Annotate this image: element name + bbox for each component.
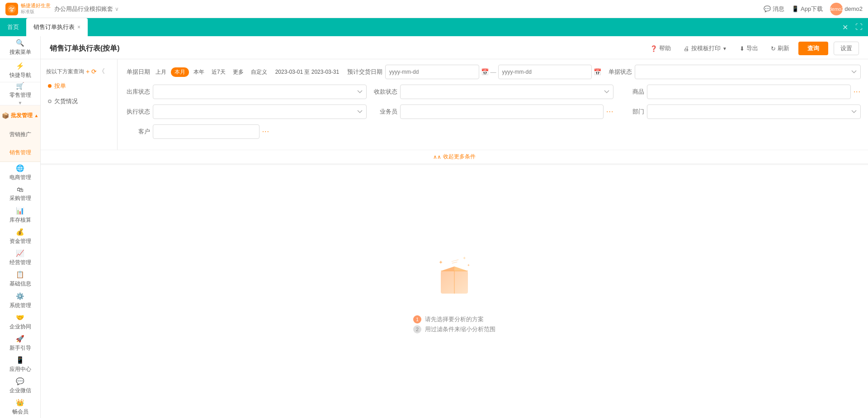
goods-more-icon[interactable]: ···	[854, 88, 861, 96]
filter-group-date: 单据日期 上月 本月 本年 近7天 更多 自定义 2023-03-01 至 20…	[125, 67, 342, 77]
sidebar-item-vip[interactable]: 👑 畅会员	[0, 397, 40, 418]
filter-row-3: 执行状态 业务员 ··· 部门	[125, 104, 861, 119]
expected-date-end-input[interactable]	[498, 65, 592, 79]
sidebar-item-ops[interactable]: 📈 经营管理	[0, 247, 40, 269]
date-calendar-end-icon[interactable]: 📅	[594, 68, 601, 76]
sidebar-item-purchase[interactable]: 🛍 采购管理	[0, 183, 40, 204]
sidebar-search-label: 搜索菜单	[9, 48, 31, 56]
scheme-ar-label: 欠货情况	[54, 97, 78, 105]
collapse-more-button[interactable]: ∧∧ 收起更多条件	[41, 150, 868, 163]
sidebar-item-stock[interactable]: 📊 库存核算	[0, 204, 40, 226]
settings-button[interactable]: 设置	[834, 42, 859, 55]
message-button[interactable]: 💬 消息	[764, 5, 784, 13]
refresh-scheme-icon[interactable]: ⟳	[91, 68, 97, 75]
wholesale-icon: 📦	[2, 112, 9, 119]
page-actions: ❓ 帮助 🖨 按模板打印 ▼ ⬇ 导出 ↻ 刷新 查询 设置	[646, 42, 859, 55]
breadcrumb[interactable]: 办公用品行业模拟账套 ∨	[54, 5, 119, 13]
expected-date-start-input[interactable]	[385, 65, 479, 79]
sidebar-item-finance[interactable]: 💰 资金管理	[0, 226, 40, 247]
date-calendar-start-icon[interactable]: 📅	[481, 68, 489, 76]
dept-select[interactable]	[647, 104, 861, 119]
stock-icon: 📊	[16, 207, 24, 215]
hint-num-1: 1	[413, 315, 421, 323]
sidebar-item-wholesale-mgmt[interactable]: 📦 批发管理 ▲	[0, 105, 40, 125]
sidebar-item-ecommerce[interactable]: 🌐 电商管理	[0, 162, 40, 183]
vip-icon: 👑	[16, 399, 24, 407]
date-btn-custom[interactable]: 自定义	[248, 67, 270, 77]
doc-status-select[interactable]	[635, 65, 861, 79]
customer-input[interactable]	[153, 124, 259, 139]
filter-fields: 单据日期 上月 本月 本年 近7天 更多 自定义 2023-03-01 至 20…	[118, 59, 868, 150]
sidebar-item-new-guide[interactable]: 🚀 新手引导	[0, 332, 40, 354]
sidebar-item-retail-mgmt[interactable]: 🛒 零售管理 ▼	[0, 82, 40, 105]
tab-fullscreen-icon[interactable]: ⛶	[854, 21, 864, 33]
refresh-icon: ↻	[771, 45, 776, 52]
user-avatar-button[interactable]: demo2 demo2	[830, 3, 863, 15]
collapse-chevron-icon: ∧∧	[433, 154, 441, 160]
collapse-scheme-icon[interactable]: 《	[99, 67, 105, 76]
filter-row-4: 客户 ···	[125, 124, 861, 139]
tab-sales-order[interactable]: 销售订单执行表 ×	[26, 18, 88, 36]
tab-sales-order-label: 销售订单执行表	[33, 23, 75, 31]
sidebar-wholesale-group: 📦 批发管理 ▲ 营销推广 销售管理	[0, 105, 40, 162]
empty-state: ✦ ✦ ✦ 1 请先选择要分析的方案 2 用过滤条件来缩小分析范围	[41, 165, 868, 418]
sidebar-item-sales-mgmt[interactable]: 销售管理	[0, 143, 40, 162]
empty-hint-2: 2 用过滤条件来缩小分析范围	[413, 325, 495, 333]
nav-tabs: 首页 销售订单执行表 × ✕ ⛶	[0, 18, 868, 36]
sidebar-item-corp-collab[interactable]: 🤝 企业协同	[0, 311, 40, 332]
svg-point-1	[10, 9, 13, 12]
sidebar-quicknav-label: 快捷导航	[9, 71, 31, 79]
scheme-item-ar[interactable]: 欠货情况	[41, 94, 117, 109]
filter-group-goods: 商品 ···	[619, 85, 861, 99]
svg-marker-4	[454, 266, 468, 271]
sidebar: 🔍 搜索菜单 ⚡ 快捷导航 🛒 零售管理 ▼ 📦 批发管理 ▲	[0, 36, 41, 418]
add-scheme-icon[interactable]: +	[86, 68, 90, 75]
query-button[interactable]: 查询	[798, 42, 828, 55]
svg-text:✦: ✦	[439, 259, 443, 266]
date-btn-7days[interactable]: 近7天	[209, 67, 228, 77]
svg-rect-7	[449, 256, 462, 266]
filter-group-dept: 部门	[619, 104, 861, 119]
page-header: 销售订单执行表(按单) ❓ 帮助 🖨 按模板打印 ▼ ⬇ 导出 ↻ 刷新	[41, 36, 868, 59]
help-button[interactable]: ❓ 帮助	[646, 43, 675, 54]
sidebar-item-app-center[interactable]: 📱 应用中心	[0, 354, 40, 375]
export-button[interactable]: ⬇ 导出	[736, 43, 762, 54]
top-bar-right: 💬 消息 📱 App下载 demo2 demo2	[764, 3, 863, 15]
system-icon: ⚙️	[16, 292, 24, 300]
salesperson-input[interactable]	[400, 104, 604, 119]
payment-status-select[interactable]	[400, 85, 614, 99]
date-btn-last-month[interactable]: 上月	[153, 67, 169, 77]
sidebar-item-search[interactable]: 🔍 搜索菜单	[0, 36, 40, 59]
delivery-status-select[interactable]	[153, 85, 367, 99]
doc-status-label: 单据状态	[607, 68, 632, 76]
sidebar-item-corp-wechat[interactable]: 💬 企业微信	[0, 375, 40, 397]
delivery-status-label: 出库状态	[125, 88, 150, 96]
print-icon: 🖨	[684, 45, 689, 52]
salesperson-label: 业务员	[372, 108, 397, 116]
filter-row-1: 单据日期 上月 本月 本年 近7天 更多 自定义 2023-03-01 至 20…	[125, 65, 861, 79]
date-btn-more[interactable]: 更多	[230, 67, 246, 77]
sidebar-item-quicknav[interactable]: ⚡ 快捷导航	[0, 59, 40, 82]
tab-home[interactable]: 首页	[0, 18, 26, 36]
date-btn-this-month[interactable]: 本月	[171, 67, 189, 77]
tab-close-icon[interactable]: ×	[77, 24, 80, 30]
logo-area: 畅捷通好生意 标准版	[5, 3, 51, 15]
date-btn-this-year[interactable]: 本年	[191, 67, 207, 77]
basic-icon: 📋	[16, 271, 24, 279]
exec-status-select[interactable]	[153, 104, 367, 119]
collab-icon: 🤝	[16, 314, 24, 322]
sidebar-item-system[interactable]: ⚙️ 系统管理	[0, 290, 40, 311]
goods-input[interactable]	[647, 85, 850, 99]
refresh-button[interactable]: ↻ 刷新	[767, 43, 793, 54]
template-print-button[interactable]: 🖨 按模板打印 ▼	[680, 43, 731, 54]
sidebar-item-marketing[interactable]: 营销推广	[0, 125, 40, 143]
filter-row-2: 出库状态 收款状态 商品 ···	[125, 85, 861, 99]
tab-close-window-icon[interactable]: ✕	[840, 21, 850, 33]
scheme-item-by-order[interactable]: 按单	[41, 78, 117, 94]
top-bar-left: 畅捷通好生意 标准版 办公用品行业模拟账套 ∨	[5, 3, 119, 15]
svg-text:✦: ✦	[462, 256, 466, 261]
salesperson-more-icon[interactable]: ···	[606, 108, 613, 116]
app-download-button[interactable]: 📱 App下载	[792, 5, 823, 13]
sidebar-item-basic[interactable]: 📋 基础信息	[0, 269, 40, 290]
customer-more-icon[interactable]: ···	[262, 128, 269, 136]
